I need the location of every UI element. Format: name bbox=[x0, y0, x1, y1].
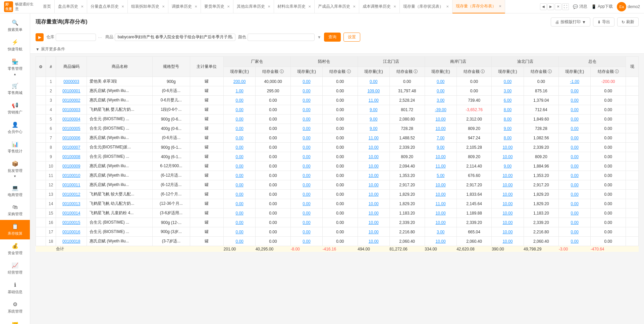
close-tab-7[interactable]: ✕ bbox=[308, 5, 311, 8]
table-cell[interactable]: 00100014 bbox=[56, 209, 87, 218]
table-cell[interactable]: 0.00 bbox=[559, 171, 591, 180]
table-cell[interactable]: 10.00 bbox=[492, 237, 524, 246]
table-cell[interactable]: 00100016 bbox=[56, 227, 87, 237]
table-cell[interactable]: 0.00 bbox=[290, 180, 322, 190]
refresh-btn[interactable]: ↻ 刷新 bbox=[617, 17, 639, 27]
table-cell[interactable]: 10.00 bbox=[425, 124, 457, 133]
table-cell[interactable]: 10.00 bbox=[492, 199, 524, 209]
tab-transfer[interactable]: 调拨单历史 ✕ bbox=[168, 0, 201, 13]
table-cell[interactable]: 00100009 bbox=[56, 161, 87, 171]
table-cell[interactable]: 0.00 bbox=[358, 77, 389, 86]
table-cell[interactable]: 0.00 bbox=[224, 114, 256, 124]
table-cell[interactable]: 8.00 bbox=[492, 133, 524, 143]
table-cell[interactable]: 10.00 bbox=[492, 209, 524, 218]
nav-close[interactable]: ✕ bbox=[555, 3, 561, 10]
table-cell[interactable]: 00100001 bbox=[56, 86, 87, 96]
close-tab-11[interactable]: ✕ bbox=[499, 4, 501, 8]
table-cell[interactable]: 0.00 bbox=[559, 133, 591, 143]
tab-stock-status[interactable]: 现存量（库存状况表） ✕ bbox=[400, 0, 452, 13]
table-cell[interactable]: 8.00 bbox=[492, 105, 524, 114]
table-cell[interactable]: 0.00 bbox=[290, 218, 322, 227]
tab-assemble[interactable]: 组装拆卸单历史 ✕ bbox=[128, 0, 168, 13]
table-cell[interactable]: 0.00 bbox=[290, 114, 322, 124]
table-cell[interactable]: 0.00 bbox=[224, 218, 256, 227]
sidebar-item-operations[interactable]: 📈 经营管理 bbox=[0, 259, 30, 278]
tab-partial-check[interactable]: 分量盘点单历史 ✕ bbox=[87, 0, 128, 13]
table-cell[interactable]: 6.00 bbox=[492, 96, 524, 105]
export-btn[interactable]: ⬇ 导出 bbox=[593, 17, 614, 27]
sidebar-item-quicknav[interactable]: ⚡ 快捷导航 bbox=[0, 36, 30, 55]
sidebar-item-purchase[interactable]: 🛍 采购管理 bbox=[0, 201, 30, 220]
tab-requisition[interactable]: 要货单历史 ✕ bbox=[201, 0, 233, 13]
table-cell[interactable]: 0.00 bbox=[290, 133, 322, 143]
table-cell[interactable]: 0.00 bbox=[559, 114, 591, 124]
table-cell[interactable]: 00100005 bbox=[56, 124, 87, 133]
table-cell[interactable]: 10.00 bbox=[358, 171, 389, 180]
message-btn[interactable]: 💬 消息 bbox=[573, 4, 587, 9]
table-cell[interactable]: 0.00 bbox=[224, 190, 256, 199]
table-cell[interactable]: 10.00 bbox=[492, 218, 524, 227]
filter-expand-btn[interactable]: ▶ bbox=[36, 33, 44, 41]
table-cell[interactable]: 10.00 bbox=[425, 180, 457, 190]
table-cell[interactable]: 0.00 bbox=[425, 86, 457, 96]
table-cell[interactable]: 00100006 bbox=[56, 133, 87, 143]
sidebar-item-finance[interactable]: 💰 资金管理 bbox=[0, 239, 30, 259]
table-cell[interactable]: 00100004 bbox=[56, 114, 87, 124]
table-cell[interactable]: 0.00 bbox=[290, 199, 322, 209]
table-cell[interactable]: 0.00 bbox=[559, 209, 591, 218]
sidebar-item-retail-stats[interactable]: 📊 零售统计 bbox=[0, 138, 30, 157]
sidebar-item-search[interactable]: 🔍 搜索英单 bbox=[0, 16, 30, 36]
close-tab-3[interactable]: ✕ bbox=[162, 5, 165, 8]
table-cell[interactable]: 00100011 bbox=[56, 180, 87, 190]
goods-input[interactable] bbox=[115, 34, 235, 41]
table-cell[interactable]: 10.00 bbox=[492, 180, 524, 190]
table-cell[interactable]: 9.00 bbox=[492, 161, 524, 171]
close-tab-5[interactable]: ✕ bbox=[227, 5, 230, 8]
close-tab-1[interactable]: ✕ bbox=[81, 5, 84, 8]
table-cell[interactable]: 00100007 bbox=[56, 143, 87, 152]
tab-product-in[interactable]: 产成品入库单历史 ✕ bbox=[315, 0, 359, 13]
table-cell[interactable]: 11.00 bbox=[358, 133, 389, 143]
table-cell[interactable]: 10.00 bbox=[358, 218, 389, 227]
table-cell[interactable]: 10.00 bbox=[358, 227, 389, 237]
tab-inventory-check[interactable]: 盘点单历史 ✕ bbox=[55, 0, 87, 13]
table-cell[interactable]: 3.00 bbox=[425, 227, 457, 237]
table-cell[interactable]: 3.00 bbox=[425, 96, 457, 105]
table-cell[interactable]: 0.00 bbox=[224, 227, 256, 237]
close-tab-2[interactable]: ✕ bbox=[121, 5, 124, 8]
table-cell[interactable]: 3.00 bbox=[492, 86, 524, 96]
table-cell[interactable]: 10.00 bbox=[492, 143, 524, 152]
expand-more-conditions[interactable]: ▼ 展开更多条件 bbox=[36, 46, 639, 52]
search-btn[interactable]: 查询 bbox=[324, 33, 341, 42]
table-cell[interactable]: 5.00 bbox=[425, 171, 457, 180]
close-tab-6[interactable]: ✕ bbox=[268, 5, 270, 8]
table-cell[interactable]: 11.00 bbox=[425, 161, 457, 171]
tab-cost-adjust[interactable]: 成本调整单历史 ✕ bbox=[359, 0, 400, 13]
user-area[interactable]: Ea demo2 bbox=[617, 2, 640, 11]
table-cell[interactable]: 0.00 bbox=[559, 96, 591, 105]
print-btn[interactable]: 🖨 按模版打印 ▼ bbox=[551, 17, 590, 27]
table-cell[interactable]: 0.00 bbox=[559, 105, 591, 114]
table-cell[interactable]: 0.00 bbox=[224, 96, 256, 105]
table-cell[interactable]: 10.00 bbox=[425, 152, 457, 161]
table-cell[interactable]: 0.00 bbox=[224, 199, 256, 209]
table-cell[interactable]: 10.00 bbox=[492, 227, 524, 237]
table-cell[interactable]: 200.00 bbox=[224, 77, 256, 86]
table-cell[interactable]: 0.00 bbox=[224, 105, 256, 114]
nav-right[interactable]: ▶ bbox=[547, 3, 554, 10]
col-settings[interactable]: ⚙ bbox=[36, 57, 46, 77]
table-cell[interactable]: 1.00 bbox=[224, 86, 256, 96]
table-cell[interactable]: 0.00 bbox=[290, 152, 322, 161]
table-cell[interactable]: 0.00 bbox=[224, 152, 256, 161]
table-cell[interactable]: 0.00 bbox=[224, 124, 256, 133]
table-cell[interactable]: 0.00 bbox=[559, 143, 591, 152]
table-cell[interactable]: 10.00 bbox=[492, 152, 524, 161]
table-cell[interactable]: 11.00 bbox=[358, 96, 389, 105]
sidebar-item-mall[interactable]: 🛒 零售商城 bbox=[0, 79, 30, 99]
table-cell[interactable]: 0.00 bbox=[559, 161, 591, 171]
settings-btn[interactable]: 设置 bbox=[343, 33, 360, 42]
table-cell[interactable]: 0.00 bbox=[290, 105, 322, 114]
table-cell[interactable]: 0.00 bbox=[559, 227, 591, 237]
table-cell[interactable]: 11.00 bbox=[425, 199, 457, 209]
sidebar-item-enterprise[interactable]: 🤝 企业协同 bbox=[0, 317, 30, 324]
